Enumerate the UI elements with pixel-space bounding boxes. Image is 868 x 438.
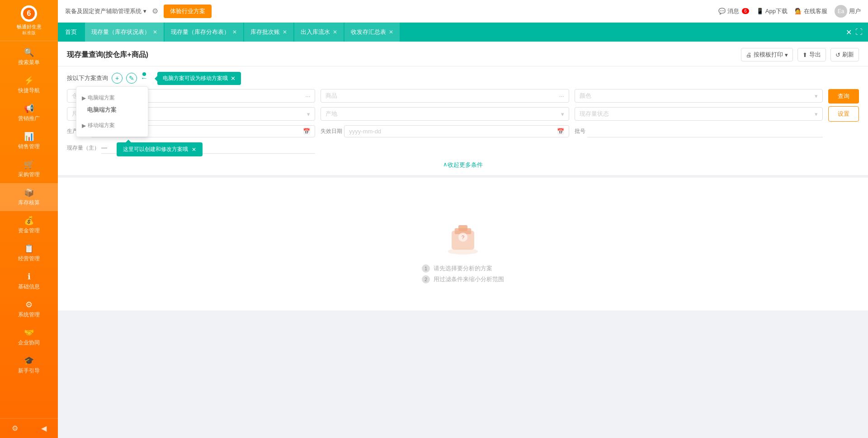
page-title: 现存量查询(按仓库+商品): [67, 50, 148, 60]
tab-inventory-distribution[interactable]: 现存量（库存分布表） ✕: [165, 23, 243, 42]
service-icon: 💁: [795, 8, 802, 14]
experience-button[interactable]: 体验行业方案: [164, 5, 212, 18]
search-nav-icon: 🔍: [24, 47, 34, 57]
system-name-select[interactable]: 装备及固定资产辅助管理系统 ▾: [65, 7, 146, 15]
expiry-date-wrapper: 失效日期 yyyy-mm-dd 📅: [321, 125, 569, 137]
tab-summary-close[interactable]: ✕: [389, 29, 393, 35]
origin-chevron-icon: ▾: [561, 111, 564, 118]
message-action[interactable]: 💬 消息 6: [718, 7, 749, 15]
sidebar-item-enterprise-label: 企业协同: [18, 339, 40, 347]
stock-status-select[interactable]: 现存量状态 ▾: [575, 107, 823, 121]
app-download-action[interactable]: 📱 App下载: [756, 7, 788, 15]
sidebar-item-basic-info[interactable]: ℹ 基础信息: [0, 267, 58, 295]
operations-icon: 📋: [24, 244, 34, 254]
sidebar-item-search[interactable]: 🔍 搜索菜单: [0, 43, 58, 71]
tab-inventory-status-close[interactable]: ✕: [153, 29, 157, 35]
scheme-tooltip-close[interactable]: ✕: [231, 75, 236, 82]
sidebar-nav: 🔍 搜索菜单 ⚡ 快捷导航 📢 营销推广 📊 销售管理 🛒 采购管理 📦 库存核…: [0, 41, 58, 418]
user-label: 用户: [849, 7, 861, 15]
sidebar-item-system[interactable]: ⚙ 系统管理: [0, 295, 58, 323]
batch-label: 批号: [575, 127, 585, 135]
online-service-action[interactable]: 💁 在线客服: [795, 7, 827, 15]
goods-select[interactable]: 商品 ···: [321, 89, 569, 103]
sidebar-item-quick-nav[interactable]: ⚡ 快捷导航: [0, 71, 58, 99]
filter-batch: 批号: [575, 126, 823, 137]
batch-wrapper: 批号: [575, 126, 823, 137]
sidebar-item-operations[interactable]: 📋 经营管理: [0, 239, 58, 267]
tab-inout-flow[interactable]: 出入库流水 ✕: [294, 23, 344, 42]
tab-summary[interactable]: 收发存汇总表 ✕: [344, 23, 400, 42]
message-label: 消息: [727, 7, 739, 15]
user-avatar-text: Ea: [838, 8, 844, 14]
batch-input[interactable]: [587, 126, 823, 137]
settings-bottom-icon[interactable]: ⚙: [12, 424, 18, 433]
page-actions: 🖨 按模板打印 ▾ ⬆ 导出 ↺ 刷新: [741, 48, 859, 61]
tab-inventory-distribution-close[interactable]: ✕: [232, 29, 237, 35]
sidebar-item-quick-nav-label: 快捷导航: [18, 87, 40, 94]
expiry-date-input[interactable]: yyyy-mm-dd 📅: [344, 125, 569, 137]
results-area: ? 1 请先选择要分析的方案 2 用过滤条件来缩小分析范围: [58, 178, 868, 311]
scheme-mobile-section-label: 移动端方案: [88, 122, 115, 129]
export-button[interactable]: ⬆ 导出: [797, 48, 826, 61]
main-content: 装备及固定资产辅助管理系统 ▾ ⚙ 体验行业方案 💬 消息 6 📱 App下载 …: [58, 0, 868, 438]
enterprise-icon: 🤝: [24, 328, 34, 338]
sidebar-item-marketing[interactable]: 📢 营销推广: [0, 99, 58, 127]
user-action[interactable]: Ea 用户: [835, 5, 861, 18]
sidebar-item-finance[interactable]: 💰 资金管理: [0, 211, 58, 239]
add-scheme-icon: +: [115, 75, 119, 82]
sidebar-bottom: ⚙ ◀: [0, 418, 58, 438]
topbar-settings-icon[interactable]: ⚙: [152, 7, 158, 15]
goods-more-icon: ···: [559, 93, 564, 99]
tab-batch-account[interactable]: 库存批次账 ✕: [244, 23, 293, 42]
sidebar-item-purchase[interactable]: 🛒 采购管理: [0, 155, 58, 183]
tip-num-1: 1: [422, 264, 430, 273]
print-icon: 🖨: [746, 52, 752, 58]
sidebar-item-basic-info-label: 基础信息: [18, 283, 40, 291]
filter-row-3: 生产日期 yyyy-mm-dd 📅 失效日期: [67, 125, 823, 137]
system-name-chevron-icon: ▾: [143, 8, 146, 14]
expiry-date-label: 失效日期: [321, 127, 342, 135]
reset-button[interactable]: 设置: [828, 106, 859, 122]
filter-row-1: 仓库 ··· 商品 ··· 颜色: [67, 89, 823, 103]
tab-inout-flow-close[interactable]: ✕: [333, 29, 337, 35]
tabbar-close-all-icon[interactable]: ✕: [846, 28, 852, 37]
tabbar-expand-icon[interactable]: ⛶: [855, 28, 863, 37]
search-button[interactable]: 查询: [828, 89, 859, 104]
tab-inout-flow-label: 出入库流水: [301, 28, 330, 36]
filter-add-button[interactable]: +: [112, 73, 123, 84]
collapse-row[interactable]: ∧ 收起更多条件: [67, 156, 859, 169]
scheme-pc-item-1[interactable]: 电脑端方案: [82, 104, 142, 116]
tab-batch-account-label: 库存批次账: [250, 28, 280, 36]
empty-icon: ?: [440, 214, 486, 259]
collapse-sidebar-icon[interactable]: ◀: [41, 424, 47, 433]
origin-select[interactable]: 产地 ▾: [321, 107, 569, 121]
sidebar-item-enterprise[interactable]: 🤝 企业协同: [0, 323, 58, 351]
tab-inventory-status[interactable]: 现存量（库存状况表） ✕: [85, 23, 164, 42]
color-select[interactable]: 颜色 ▾: [575, 89, 823, 103]
scheme-pc-section-toggle[interactable]: ▶ 电脑端方案: [82, 92, 142, 104]
inventory-icon: 📦: [24, 188, 34, 198]
tab-home[interactable]: 首页: [58, 23, 84, 42]
refresh-button[interactable]: ↺ 刷新: [830, 48, 859, 61]
scheme-pc-section: ▶ 电脑端方案 电脑端方案: [76, 90, 148, 118]
color-label: 颜色: [580, 92, 591, 100]
sidebar-item-guide[interactable]: 🎓 新手引导: [0, 351, 58, 379]
sidebar-item-sales[interactable]: 📊 销售管理: [0, 127, 58, 155]
sidebar-item-inventory[interactable]: 📦 库存核算: [0, 183, 58, 211]
svg-rect-5: [458, 225, 467, 231]
filter-edit-button[interactable]: ✎: [126, 73, 137, 84]
collapse-label: 收起更多条件: [448, 161, 483, 169]
basic-info-icon: ℹ: [28, 272, 31, 282]
tab-batch-account-close[interactable]: ✕: [283, 29, 287, 35]
page-header: 现存量查询(按仓库+商品) 🖨 按模板打印 ▾ ⬆ 导出 ↺ 刷新: [58, 42, 868, 66]
create-scheme-tooltip-close[interactable]: ✕: [192, 146, 196, 153]
empty-tips: 1 请先选择要分析的方案 2 用过滤条件来缩小分析范围: [422, 264, 504, 283]
print-button[interactable]: 🖨 按模板打印 ▾: [741, 48, 793, 61]
topbar-left: 装备及固定资产辅助管理系统 ▾ ⚙ 体验行业方案: [65, 5, 212, 18]
export-icon: ⬆: [802, 52, 807, 58]
sidebar-item-finance-label: 资金管理: [18, 227, 40, 235]
filter-origin: 产地 ▾: [321, 107, 569, 121]
scheme-mobile-section-toggle[interactable]: ▶ 移动端方案: [82, 120, 142, 131]
sidebar-item-inventory-label: 库存核算: [18, 199, 40, 207]
scheme-mobile-chevron-icon: ▶: [82, 122, 86, 129]
